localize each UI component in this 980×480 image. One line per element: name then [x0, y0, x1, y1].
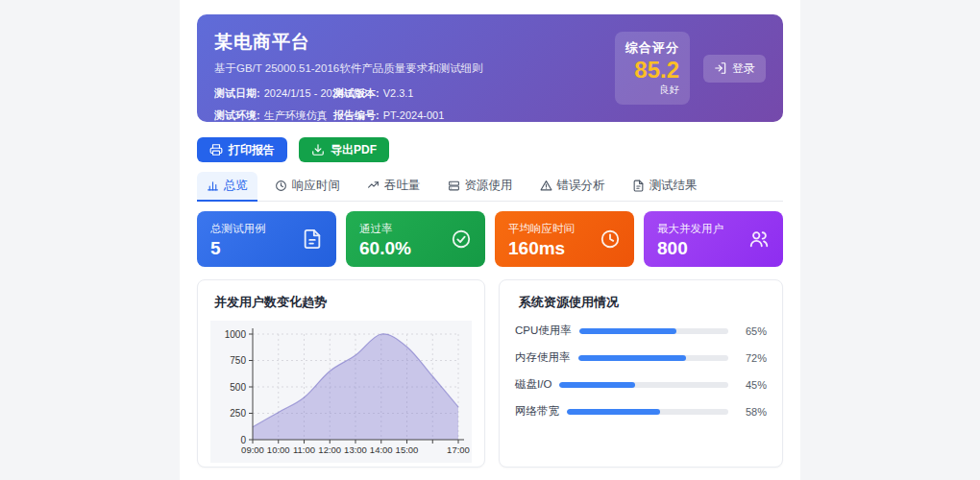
resource-bar-fill [578, 355, 687, 361]
svg-text:11:00: 11:00 [293, 444, 315, 455]
report-tabs: 总览 响应时间 吞吐量 资源使用 错误分析 测试结果 [197, 172, 783, 202]
export-pdf-button[interactable]: 导出PDF [299, 137, 389, 162]
tab-bar-chart[interactable]: 总览 [197, 172, 257, 202]
page-subtitle: 基于GB/T 25000.51-2016软件产品质量要求和测试细则 [214, 61, 483, 76]
resource-row: 磁盘I/O 45% [515, 377, 767, 392]
tab-label: 测试结果 [649, 178, 698, 194]
file-icon [632, 180, 645, 192]
stat-label: 总测试用例 [210, 222, 266, 236]
test-meta-item: 测试环境:生产环境仿真 [214, 108, 333, 123]
tab-label: 吞吐量 [384, 178, 421, 194]
resource-percent: 58% [738, 406, 767, 418]
export-pdf-label: 导出PDF [331, 142, 377, 158]
stat-value: 60.0% [359, 239, 411, 257]
login-button[interactable]: 登录 [703, 55, 766, 83]
resource-bar-fill [567, 409, 660, 415]
svg-text:09:00: 09:00 [241, 444, 264, 455]
svg-text:750: 750 [230, 355, 246, 366]
test-meta-grid: 测试日期:2024/1/15 - 2024/1/18 测试版本:V2.3.1 测… [214, 86, 483, 123]
resource-bar-fill [559, 382, 635, 388]
stat-label: 平均响应时间 [508, 222, 575, 236]
tab-label: 资源使用 [465, 178, 513, 194]
resource-label: 网络带宽 [515, 404, 559, 419]
svg-text:250: 250 [230, 408, 246, 419]
tab-label: 总览 [224, 178, 248, 194]
resource-row: 网络带宽 58% [515, 404, 767, 419]
login-label: 登录 [732, 60, 755, 77]
score-grade: 良好 [625, 84, 679, 97]
meta-label: 测试日期: [214, 87, 260, 99]
trend-icon [367, 180, 380, 192]
svg-text:14:00: 14:00 [370, 444, 393, 455]
users-icon [748, 228, 770, 250]
stat-value: 800 [657, 239, 723, 257]
stat-label: 通过率 [359, 222, 411, 236]
meta-label: 报告编号: [333, 109, 380, 121]
stat-card: 平均响应时间 160ms [495, 211, 634, 267]
download-icon [311, 143, 325, 156]
resource-bar-track [559, 382, 728, 388]
tab-label: 响应时间 [292, 178, 340, 194]
stat-cards: 总测试用例 5 通过率 60.0% 平均响应时间 160ms 最大并发用户 80… [197, 211, 783, 267]
resource-label: 内存使用率 [515, 350, 571, 365]
tab-file[interactable]: 测试结果 [623, 172, 707, 202]
stat-card: 通过率 60.0% [346, 211, 485, 267]
resource-bar-track [579, 328, 728, 334]
meta-label: 测试版本: [333, 87, 380, 99]
stat-label: 最大并发用户 [657, 222, 723, 236]
resource-bar-fill [579, 328, 676, 334]
svg-text:17:00: 17:00 [447, 444, 470, 455]
clock-icon [600, 228, 621, 250]
login-icon [714, 61, 727, 75]
tab-server[interactable]: 资源使用 [438, 172, 523, 202]
svg-text:1000: 1000 [225, 329, 247, 340]
resource-row: CPU使用率 65% [515, 324, 767, 338]
print-report-button[interactable]: 打印报告 [197, 137, 287, 162]
svg-text:13:00: 13:00 [344, 444, 367, 455]
tab-clock[interactable]: 响应时间 [265, 172, 350, 202]
meta-label: 测试环境: [214, 109, 260, 121]
system-resources-panel: 系统资源使用情况 CPU使用率 65% 内存使用率 72% 磁盘I/O 45% … [499, 279, 783, 468]
tab-trend[interactable]: 吞吐量 [357, 172, 430, 202]
svg-text:500: 500 [230, 382, 246, 393]
report-header-banner: 某电商平台 基于GB/T 25000.51-2016软件产品质量要求和测试细则 … [197, 14, 783, 122]
concurrent-users-area-chart: 0250500750100009:0010:0011:0012:0013:001… [210, 321, 472, 463]
resource-bar-track [578, 355, 729, 361]
stat-text: 平均响应时间 160ms [508, 222, 575, 257]
meta-value: V2.3.1 [383, 87, 414, 99]
warning-icon [540, 180, 552, 192]
report-page: 某电商平台 基于GB/T 25000.51-2016软件产品质量要求和测试细则 … [180, 0, 800, 480]
score-value: 85.2 [625, 57, 679, 84]
resource-percent: 72% [738, 352, 767, 364]
panels-row: 并发用户数变化趋势 0250500750100009:0010:0011:001… [197, 279, 783, 468]
meta-value: PT-2024-001 [383, 109, 445, 121]
resource-percent: 45% [738, 379, 767, 391]
resource-bar-track [567, 409, 728, 415]
overall-score-box: 综合评分 85.2 良好 [615, 32, 690, 105]
svg-text:0: 0 [240, 435, 246, 445]
stat-card: 总测试用例 5 [197, 211, 336, 267]
file-icon [302, 228, 323, 250]
resource-label: 磁盘I/O [515, 377, 551, 392]
resource-label: CPU使用率 [515, 324, 572, 338]
tab-warning[interactable]: 错误分析 [530, 172, 615, 202]
score-label: 综合评分 [625, 39, 679, 57]
chart-container: 0250500750100009:0010:0011:0012:0013:001… [210, 321, 472, 463]
page-title: 某电商平台 [214, 30, 483, 55]
bar-chart-icon [207, 180, 219, 192]
chart-panel-title: 并发用户数变化趋势 [214, 294, 468, 311]
meta-value: 生产环境仿真 [264, 109, 328, 121]
printer-icon [209, 143, 223, 156]
header-right: 综合评分 85.2 良好 登录 [615, 30, 766, 107]
stat-text: 总测试用例 5 [210, 222, 266, 257]
print-report-label: 打印报告 [229, 142, 275, 158]
test-meta-item: 测试日期:2024/1/15 - 2024/1/18 [214, 86, 333, 101]
stat-value: 160ms [508, 239, 575, 257]
clock-icon [275, 180, 287, 192]
test-meta-item: 测试版本:V2.3.1 [333, 86, 483, 101]
test-meta-item: 报告编号:PT-2024-001 [333, 108, 483, 123]
resource-rows: CPU使用率 65% 内存使用率 72% 磁盘I/O 45% 网络带宽 58% [515, 324, 767, 419]
stat-card: 最大并发用户 800 [644, 211, 783, 267]
tab-label: 错误分析 [557, 178, 605, 194]
resources-panel-title: 系统资源使用情况 [519, 294, 763, 311]
